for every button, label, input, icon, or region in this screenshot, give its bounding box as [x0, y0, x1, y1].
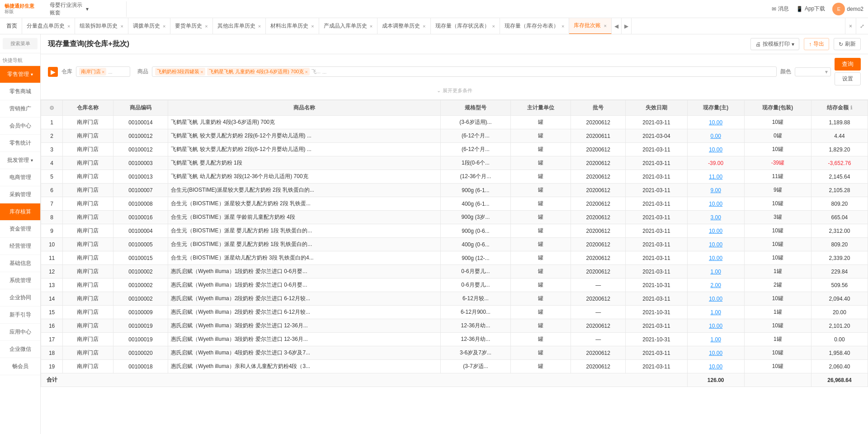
sidebar-item-shop[interactable]: 零售商城 [0, 83, 40, 100]
tab-next-btn[interactable]: ▶ [622, 18, 632, 34]
export-btn[interactable]: ↑ 导出 [804, 38, 829, 50]
sidebar-item-marketing[interactable]: 营销推广 [0, 100, 40, 118]
sidebar-item-retailstat[interactable]: 零售统计 [0, 135, 40, 152]
chevron-down-icon: ▾ [31, 72, 33, 77]
tab-prev-btn[interactable]: ◀ [612, 18, 622, 34]
td-stock[interactable]: 2.00 [687, 278, 744, 292]
td-stock[interactable]: 3.00 [687, 211, 744, 224]
close-icon[interactable]: × [492, 24, 495, 29]
td-unit: 罐 [510, 156, 571, 170]
product-more[interactable]: 飞... [311, 68, 321, 75]
td-stock[interactable]: 0.00 [687, 129, 744, 143]
tab-diaobuo[interactable]: 调拨单历史 × [128, 18, 170, 34]
sidebar-item-ecommerce[interactable]: 电商管理 [0, 169, 40, 186]
td-stock[interactable]: 10.00 [687, 360, 744, 373]
search-menu-btn[interactable]: 搜索菜单 [3, 38, 38, 49]
warehouse-filter[interactable]: 南岸门店 × ... [76, 66, 130, 77]
remove-tag-icon[interactable]: × [200, 69, 203, 75]
close-icon[interactable]: × [370, 24, 373, 29]
remove-tag-icon[interactable]: × [102, 69, 104, 75]
td-stock[interactable]: 1.00 [687, 265, 744, 278]
sidebar-search-area[interactable]: 搜索菜单 [0, 34, 40, 53]
messages-btn[interactable]: ✉ 消息 [772, 5, 789, 13]
warehouse-tag[interactable]: 南岸门店 × [79, 68, 106, 75]
sidebar-item-member[interactable]: 会员中心 [0, 118, 40, 135]
td-stock[interactable]: 10.00 [687, 319, 744, 333]
tab-chanpin[interactable]: 产成品入库单历史 × [319, 18, 377, 34]
refresh-btn[interactable]: ↻ 刷新 [834, 38, 861, 50]
sidebar-item-inventory[interactable]: 库存核算 [0, 203, 40, 221]
remove-tag-icon[interactable]: × [305, 69, 307, 75]
tab-qitachuku[interactable]: 其他出库单历史 × [213, 18, 266, 34]
tab-cailiao[interactable]: 材料出库单历史 × [266, 18, 319, 34]
user-avatar-btn[interactable]: E demo2 [832, 3, 863, 15]
td-stock[interactable]: 10.00 [687, 346, 744, 360]
tab-zuzhuang[interactable]: 组装拆卸单历史 × [75, 18, 128, 34]
sidebar-item-operation[interactable]: 经营管理 [0, 238, 40, 255]
close-icon[interactable]: × [258, 24, 261, 29]
td-batch: — [571, 333, 626, 346]
sidebar-item-finance[interactable]: 资金管理 [0, 221, 40, 238]
setting-btn[interactable]: 设置 [835, 72, 861, 85]
th-settings[interactable]: ⚙ [41, 100, 63, 116]
close-icon[interactable]: × [120, 24, 123, 29]
td-code: 00100012 [113, 129, 168, 143]
close-icon[interactable]: × [423, 24, 425, 29]
sidebar-item-enterprise[interactable]: 企业协同 [0, 289, 40, 307]
sidebar-item-wholesale[interactable]: 批发管理 ▾ [0, 152, 40, 169]
product-filter[interactable]: 飞鹤奶粉3段四罐装 × 飞鹤星飞帆 儿童奶粉 4段(3-6岁适用) 700克 ×… [152, 66, 777, 77]
warehouse-more[interactable]: ... [108, 69, 112, 75]
td-stock[interactable]: 1.00 [687, 333, 744, 346]
product-more-dots[interactable]: ... [322, 69, 326, 75]
td-stock[interactable]: 9.00 [687, 184, 744, 197]
close-icon[interactable]: × [205, 24, 208, 29]
td-stock[interactable]: 10.00 [687, 238, 744, 251]
td-stock[interactable]: 10.00 [687, 292, 744, 306]
page-title: 现存量查询(按仓库+批次) [48, 39, 129, 49]
tab-close-btn[interactable]: × [845, 18, 856, 34]
td-stock[interactable]: 10.00 [687, 197, 744, 211]
td-stock[interactable]: 10.00 [687, 251, 744, 265]
account-selector[interactable]: 母婴行业演示账套 ▾ [45, 1, 127, 17]
template-print-btn[interactable]: 🖨 按模板打印 ▾ [750, 38, 799, 50]
product-tag-1[interactable]: 飞鹤奶粉3段四罐装 × [155, 68, 205, 75]
tab-xiancunfenbu[interactable]: 现存量（库存分布表） × [500, 18, 569, 34]
sidebar-quick-nav[interactable]: 快捷导航 [0, 53, 40, 66]
filter-expand-btn[interactable]: ▶ [48, 67, 58, 77]
sidebar-item-basic[interactable]: 基础信息 [0, 255, 40, 272]
close-icon[interactable]: × [67, 24, 70, 29]
td-code: 00100018 [113, 360, 168, 373]
tab-fenliang[interactable]: 分量盘点单历史 × [22, 18, 75, 34]
td-stock[interactable]: 10.00 [687, 116, 744, 129]
tab-maximize-btn[interactable]: ⤢ [856, 18, 868, 34]
td-stock[interactable]: 1.00 [687, 306, 744, 319]
td-spec: 1段(0-6个... [441, 156, 510, 170]
close-icon[interactable]: × [163, 24, 165, 29]
sidebar-item-member2[interactable]: 畅会员 [0, 358, 40, 375]
search-btn[interactable]: 查询 [835, 58, 861, 71]
tab-xiancunpici[interactable]: 库存批次账 × [569, 18, 611, 34]
close-icon[interactable]: × [311, 24, 314, 29]
sidebar-item-appscenter[interactable]: 应用中心 [0, 324, 40, 341]
sidebar-item-retail[interactable]: 零售管理 ▾ [0, 66, 40, 83]
chevron-down-icon: ▾ [792, 41, 794, 47]
tab-chengben[interactable]: 成本调整单历史 × [377, 18, 430, 34]
color-filter[interactable]: ▾ [795, 67, 831, 76]
td-stock[interactable]: 10.00 [687, 224, 744, 238]
sidebar-item-guide[interactable]: 新手引导 [0, 307, 40, 324]
sidebar-item-purchase[interactable]: 采购管理 [0, 186, 40, 203]
td-stock[interactable]: 11.00 [687, 170, 744, 184]
tab-yaohuo[interactable]: 要货单历史 × [170, 18, 212, 34]
tab-xiancunzhuang[interactable]: 现存量（库存状况表） × [431, 18, 500, 34]
close-icon[interactable]: × [561, 24, 564, 29]
filter-row: ▶ 仓库 南岸门店 × ... 商品 飞鹤奶粉3段四罐装 × 飞鹤星飞帆 儿童奶… [48, 58, 861, 85]
td-stock[interactable]: 10.00 [687, 143, 744, 156]
expand-more-btn[interactable]: ⌄ 展开更多条件 [437, 87, 472, 94]
td-no: 7 [41, 197, 63, 211]
app-download-btn[interactable]: 📱 App下载 [796, 5, 825, 13]
sidebar-item-system[interactable]: 系统管理 [0, 272, 40, 289]
sidebar-item-weixin[interactable]: 企业微信 [0, 341, 40, 358]
tab-home[interactable]: 首页 [2, 18, 22, 34]
close-icon[interactable]: × [604, 23, 606, 28]
product-tag-2[interactable]: 飞鹤星飞帆 儿童奶粉 4段(3-6岁适用) 700克 × [207, 68, 310, 75]
